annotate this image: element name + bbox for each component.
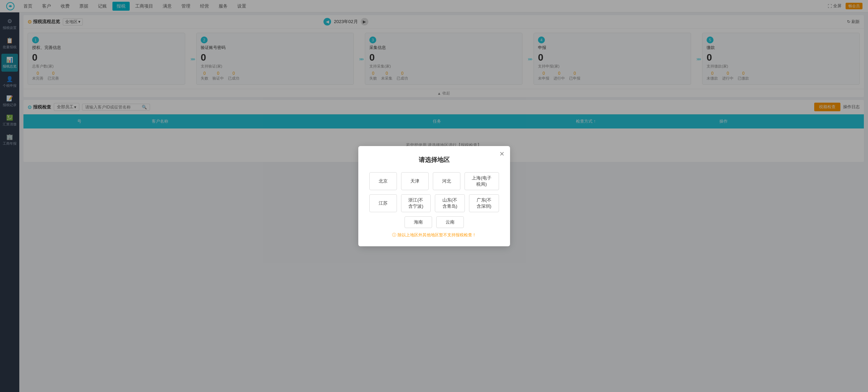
modal-title: 请选择地区 <box>369 156 499 164</box>
region-btn-天津[interactable]: 天津 <box>401 172 429 190</box>
region-row: 江苏浙江(不含宁波)山东(不含青岛)广东(不含深圳) <box>369 194 499 212</box>
warning-text: ⓘ 除以上地区外其他地区暂不支持报税检查！ <box>369 232 499 238</box>
region-row: 海南云南 <box>369 216 499 228</box>
region-btn-云南[interactable]: 云南 <box>436 216 464 228</box>
warning-icon: ⓘ <box>392 232 396 238</box>
region-modal: ✕ 请选择地区 北京天津河北上海(电子税局)江苏浙江(不含宁波)山东(不含青岛)… <box>358 146 510 246</box>
region-btn-上海(电子税局)[interactable]: 上海(电子税局) <box>465 172 499 190</box>
region-btn-浙江(不含宁波)[interactable]: 浙江(不含宁波) <box>401 194 431 212</box>
region-btn-广东(不含深圳)[interactable]: 广东(不含深圳) <box>469 194 499 212</box>
region-btn-河北[interactable]: 河北 <box>433 172 460 190</box>
region-btn-北京[interactable]: 北京 <box>369 172 397 190</box>
region-btn-海南[interactable]: 海南 <box>405 216 432 228</box>
region-row: 北京天津河北上海(电子税局) <box>369 172 499 190</box>
region-buttons-container: 北京天津河北上海(电子税局)江苏浙江(不含宁波)山东(不含青岛)广东(不含深圳)… <box>369 172 499 228</box>
region-btn-山东(不含青岛)[interactable]: 山东(不含青岛) <box>435 194 465 212</box>
modal-overlay[interactable]: ✕ 请选择地区 北京天津河北上海(电子税局)江苏浙江(不含宁波)山东(不含青岛)… <box>0 0 868 392</box>
region-btn-江苏[interactable]: 江苏 <box>369 194 397 212</box>
modal-close-button[interactable]: ✕ <box>499 150 505 158</box>
